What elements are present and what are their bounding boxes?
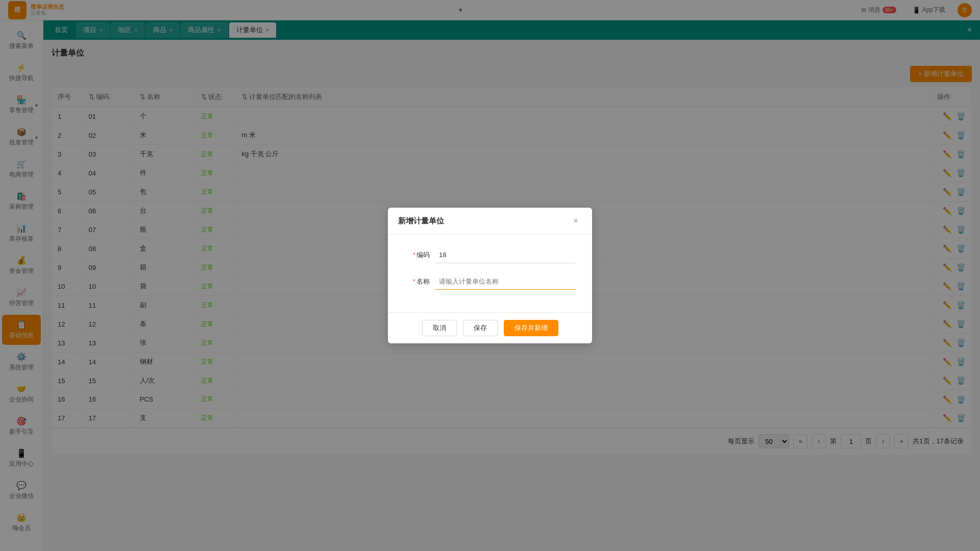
modal-body: *编码 *名称 xyxy=(388,235,592,312)
modal-footer: 取消 保存 保存并新增 xyxy=(388,312,592,343)
form-row-name: *名称 xyxy=(404,273,576,290)
code-label: *编码 xyxy=(404,251,430,260)
modal-overlay: 新增计量单位 × *编码 *名称 取消 保存 保存并新增 xyxy=(0,0,980,551)
modal-title: 新增计量单位 xyxy=(398,216,444,226)
name-label: *名称 xyxy=(404,277,430,286)
code-input[interactable] xyxy=(435,247,576,263)
cancel-button[interactable]: 取消 xyxy=(422,320,457,336)
modal-header: 新增计量单位 × xyxy=(388,208,592,235)
save-button[interactable]: 保存 xyxy=(463,320,498,336)
form-row-code: *编码 xyxy=(404,247,576,263)
name-input[interactable] xyxy=(435,273,576,290)
save-and-new-button[interactable]: 保存并新增 xyxy=(504,320,558,336)
add-unit-modal: 新增计量单位 × *编码 *名称 取消 保存 保存并新增 xyxy=(388,208,592,343)
modal-close-btn[interactable]: × xyxy=(570,215,582,227)
